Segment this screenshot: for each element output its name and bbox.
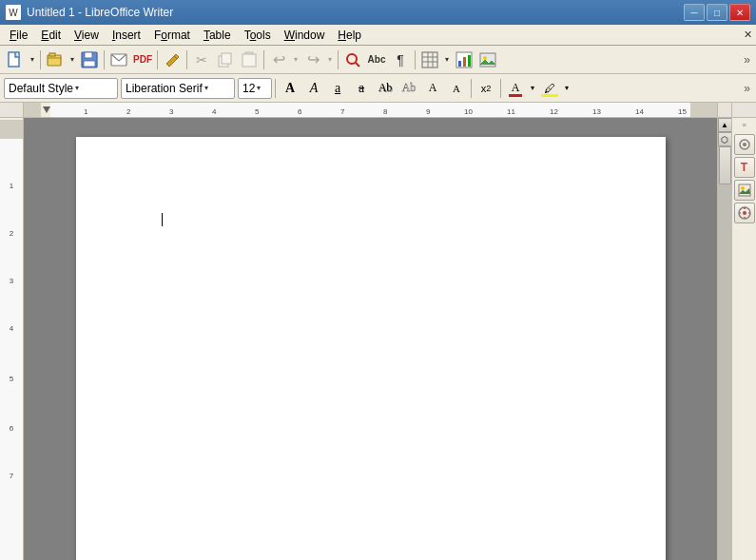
app-icon: W bbox=[6, 5, 21, 20]
font-name-dropdown[interactable]: Liberation Serif ▾ bbox=[121, 78, 235, 99]
sep-6 bbox=[338, 50, 339, 69]
outline-button[interactable]: Ab bbox=[397, 77, 420, 100]
ruler-white-area: 1 2 3 4 5 6 7 8 9 10 11 12 13 14 15 bbox=[50, 103, 690, 117]
svg-rect-1 bbox=[48, 55, 61, 66]
font-size-dropdown[interactable]: 12 ▾ bbox=[238, 78, 272, 99]
highlight-dropdown[interactable]: ▾ bbox=[562, 77, 572, 100]
styles-button[interactable]: T bbox=[734, 157, 755, 178]
vertical-scrollbar[interactable]: ▲ ⬡ ⬡ ▼ bbox=[717, 118, 731, 560]
pdf-button[interactable]: PDF bbox=[131, 48, 154, 71]
copy-button[interactable] bbox=[214, 48, 237, 71]
ruler-corner bbox=[0, 103, 24, 117]
small-caps-button[interactable]: A bbox=[421, 77, 444, 100]
menu-bar: File Edit View Insert Format Table Tools… bbox=[0, 25, 756, 46]
title-bar: W Untitled 1 - LibreOffice Writer ─ □ ✕ bbox=[0, 0, 756, 25]
redo-button[interactable]: ↪ bbox=[301, 48, 324, 71]
main-toolbar: ▾ ▾ PDF ✂ ↩ ▾ ↪ ▾ Abc ¶ ▾ bbox=[0, 46, 756, 74]
more-toolbar-button[interactable]: » bbox=[742, 53, 752, 67]
fmt-sep-1 bbox=[275, 79, 276, 98]
spellcheck-button[interactable]: Abc bbox=[365, 48, 388, 71]
save-button[interactable] bbox=[78, 48, 101, 71]
document-page[interactable] bbox=[76, 137, 666, 560]
minimize-button[interactable]: ─ bbox=[684, 4, 705, 21]
paste-button[interactable] bbox=[238, 48, 261, 71]
svg-point-28 bbox=[741, 186, 745, 190]
ruler-row: 1 2 3 4 5 6 7 8 9 10 11 12 13 14 15 bbox=[0, 103, 756, 118]
doc-close-button[interactable]: ✕ bbox=[744, 29, 752, 41]
format-toolbar: Default Style ▾ Liberation Serif ▾ 12 ▾ … bbox=[0, 74, 756, 103]
scroll-track[interactable] bbox=[718, 146, 732, 560]
undo-button[interactable]: ↩ bbox=[267, 48, 290, 71]
svg-line-13 bbox=[356, 63, 359, 67]
gallery-button[interactable] bbox=[734, 180, 755, 201]
menu-view[interactable]: View bbox=[68, 27, 105, 44]
paragraph-style-dropdown[interactable]: Default Style ▾ bbox=[4, 78, 118, 99]
scroll-expand-button[interactable]: ⬡ bbox=[718, 132, 732, 146]
svg-point-26 bbox=[743, 143, 746, 146]
ruler-tab-marker bbox=[43, 106, 50, 113]
underline-button[interactable]: a bbox=[326, 77, 349, 100]
strikethrough-button[interactable]: a bbox=[350, 77, 373, 100]
find-button[interactable] bbox=[341, 48, 364, 71]
title-bar-left: W Untitled 1 - LibreOffice Writer bbox=[6, 5, 173, 20]
shadow-button[interactable]: Ab bbox=[374, 77, 397, 100]
sep-4 bbox=[186, 50, 187, 69]
svg-rect-21 bbox=[463, 57, 466, 67]
font-name-value: Liberation Serif bbox=[126, 82, 203, 95]
font-name-arrow: ▾ bbox=[204, 84, 208, 92]
bold-button[interactable]: A bbox=[279, 77, 301, 100]
document-area: 1 2 3 4 5 6 7 ▲ ⬡ ⬡ ▼ ≡ T bbox=[0, 118, 756, 560]
menu-tools[interactable]: Tools bbox=[239, 27, 277, 44]
open-dropdown-button[interactable]: ▾ bbox=[68, 48, 77, 71]
new-doc-dropdown-button[interactable]: ▾ bbox=[28, 48, 37, 71]
uppercase-button[interactable]: A bbox=[445, 77, 468, 100]
redo-dropdown-button[interactable]: ▾ bbox=[325, 48, 335, 71]
menu-edit[interactable]: Edit bbox=[35, 27, 67, 44]
svg-rect-4 bbox=[85, 52, 92, 58]
svg-rect-20 bbox=[458, 61, 461, 67]
ruler-right-margin bbox=[690, 103, 717, 117]
table-dropdown-button[interactable]: ▾ bbox=[442, 48, 452, 71]
maximize-button[interactable]: □ bbox=[707, 4, 727, 21]
open-button[interactable] bbox=[44, 48, 67, 71]
navigator-button[interactable] bbox=[734, 203, 755, 223]
scroll-thumb[interactable] bbox=[719, 146, 731, 184]
fmt-sep-2 bbox=[471, 79, 472, 98]
insert-table-button[interactable] bbox=[418, 48, 441, 71]
close-button[interactable]: ✕ bbox=[729, 4, 750, 21]
menu-format[interactable]: Format bbox=[148, 27, 196, 44]
italic-button[interactable]: A bbox=[302, 77, 325, 100]
font-color-dropdown[interactable]: ▾ bbox=[528, 77, 537, 100]
sep-5 bbox=[263, 50, 264, 69]
menu-window[interactable]: Window bbox=[279, 27, 331, 44]
format-marks-button[interactable]: ¶ bbox=[389, 48, 412, 71]
cut-button[interactable]: ✂ bbox=[190, 48, 213, 71]
insert-chart-button[interactable] bbox=[453, 48, 475, 71]
subscript-button[interactable]: x2 bbox=[475, 77, 497, 100]
more-format-button[interactable]: » bbox=[742, 82, 752, 95]
menu-file[interactable]: File bbox=[4, 27, 33, 44]
font-color-button[interactable]: A bbox=[504, 77, 527, 100]
vertical-ruler: 1 2 3 4 5 6 7 bbox=[0, 118, 24, 560]
menu-insert[interactable]: Insert bbox=[107, 27, 146, 44]
svg-rect-11 bbox=[242, 54, 256, 67]
sep-1 bbox=[40, 50, 41, 69]
sep-3 bbox=[157, 50, 158, 69]
tool-panel: ≡ T bbox=[731, 118, 756, 560]
ruler-left-margin bbox=[24, 103, 41, 117]
new-doc-button[interactable] bbox=[4, 48, 27, 71]
edit-mode-button[interactable] bbox=[161, 48, 184, 71]
sep-7 bbox=[415, 50, 416, 69]
highlight-button[interactable]: 🖊 bbox=[538, 77, 561, 100]
font-size-arrow: ▾ bbox=[257, 84, 261, 92]
document-canvas[interactable] bbox=[24, 118, 717, 560]
svg-rect-5 bbox=[84, 61, 95, 67]
scroll-up-button[interactable]: ▲ bbox=[718, 118, 732, 132]
fmt-sep-3 bbox=[500, 79, 501, 98]
undo-dropdown-button[interactable]: ▾ bbox=[291, 48, 300, 71]
menu-table[interactable]: Table bbox=[198, 27, 237, 44]
menu-help[interactable]: Help bbox=[332, 27, 367, 44]
properties-button[interactable] bbox=[734, 134, 755, 155]
email-button[interactable] bbox=[107, 48, 130, 71]
insert-picture-button[interactable] bbox=[476, 48, 499, 71]
